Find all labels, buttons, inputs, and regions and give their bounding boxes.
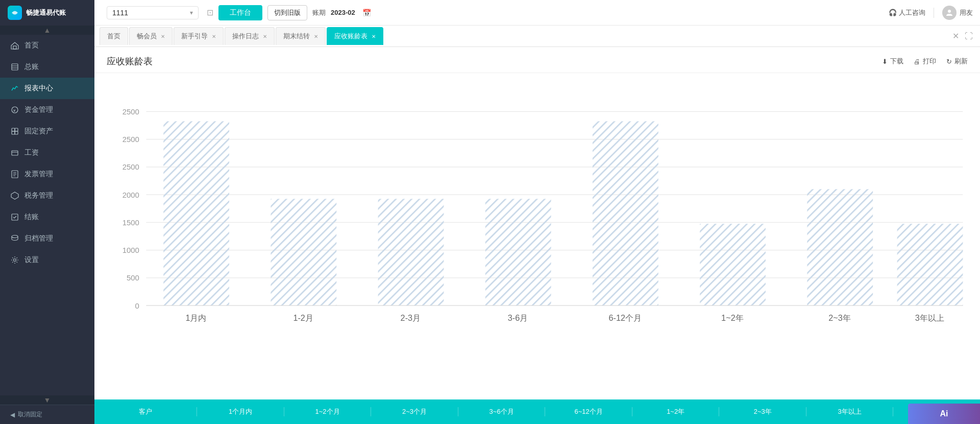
sidebar-item-funds[interactable]: ¥ 资金管理 [0,99,94,121]
chevron-down-icon: ▾ [190,9,193,16]
copy-icon[interactable]: ⊡ [207,8,213,17]
bar-2-3month [378,199,444,305]
app-container: 畅捷通易代账 1111 ▾ ⊡ 工作台 切到旧版 账期 2023-02 📅 🎧 … [0,0,980,424]
close-guide-icon[interactable]: ✕ [212,34,216,39]
col-2-3year: 2~3年 [719,407,806,416]
tab-aging[interactable]: 应收账龄表 ✕ [327,27,383,45]
ai-badge[interactable]: Ai [908,404,980,424]
page-title: 应收账龄表 [107,55,153,67]
company-name: 1111 [112,9,187,17]
sidebar-item-closing[interactable]: 结账 [0,206,94,228]
svg-text:1000: 1000 [122,246,139,254]
close-oplog-icon[interactable]: ✕ [263,34,267,39]
close-all-tabs-button[interactable]: ✕ [949,30,962,42]
close-vip-icon[interactable]: ✕ [161,34,165,39]
top-bar: 畅捷通易代账 1111 ▾ ⊡ 工作台 切到旧版 账期 2023-02 📅 🎧 … [0,0,980,26]
svg-rect-7 [12,128,15,131]
sidebar-label-home: 首页 [24,41,39,50]
header-actions: ⬇ 下载 🖨 打印 ↻ 刷新 [882,57,968,66]
svg-rect-2 [12,64,18,70]
bar-1-2year [700,224,766,305]
refresh-button[interactable]: ↻ 刷新 [946,57,968,66]
col-1-2month: 1~2个月 [284,407,372,416]
col-1month: 1个月内 [197,407,284,416]
sidebar-label-salary: 工资 [24,148,39,157]
sidebar-label-settings: 设置 [24,255,39,265]
svg-text:500: 500 [127,274,139,282]
sidebar-label-ledger: 总账 [24,62,39,72]
tab-closing[interactable]: 期末结转 ✕ [276,27,326,45]
bar-3year-plus [897,224,963,305]
assets-icon [10,127,19,136]
sidebar-item-home[interactable]: 首页 [0,35,94,56]
expand-button[interactable]: ⛶ [963,30,975,42]
switch-version-button[interactable]: 切到旧版 [267,5,307,20]
salary-icon [10,148,19,157]
svg-text:2500: 2500 [122,163,139,171]
bar-3-6month [485,199,551,305]
svg-text:2-3月: 2-3月 [401,313,421,322]
service-button[interactable]: 🎧 人工咨询 [889,8,925,17]
svg-rect-1 [13,46,16,49]
sidebar-label-archive: 归档管理 [24,234,53,243]
sidebar-item-reports[interactable]: 报表中心 [0,78,94,99]
col-6-12month: 6~12个月 [545,407,632,416]
close-aging-icon[interactable]: ✕ [372,34,376,39]
company-selector[interactable]: 1111 ▾ [107,6,199,19]
page-header: 应收账龄表 ⬇ 下载 🖨 打印 ↻ 刷新 [94,47,980,73]
cancel-fixed-button[interactable]: ◀ 取消固定 [0,405,94,424]
cancel-fixed-label: 取消固定 [18,410,42,419]
print-button[interactable]: 🖨 打印 [914,57,936,66]
user-button[interactable]: 用友 [942,6,973,20]
print-label: 打印 [923,57,936,66]
sidebar-item-salary[interactable]: 工资 [0,142,94,163]
svg-text:2000: 2000 [122,191,139,199]
ai-label: Ai [940,409,948,418]
svg-marker-17 [11,192,18,199]
svg-text:2~3年: 2~3年 [828,313,851,322]
close-closing-icon[interactable]: ✕ [314,34,318,39]
sidebar-label-tax: 税务管理 [24,191,53,200]
svg-point-20 [14,259,16,262]
sidebar-item-assets[interactable]: 固定资产 [0,121,94,142]
tab-oplog-label: 操作日志 [232,32,259,41]
top-right: 🎧 人工咨询 用友 [889,6,973,20]
settings-icon [10,255,19,265]
sidebar-item-archive[interactable]: 归档管理 [0,228,94,249]
svg-text:3-6月: 3-6月 [508,313,528,322]
period-value: 2023-02 [331,9,355,16]
svg-rect-18 [12,214,18,220]
avatar [942,6,957,20]
sidebar: ▲ 首页 总账 [0,26,94,424]
home-icon [10,41,19,50]
download-button[interactable]: ⬇ 下载 [882,57,903,66]
scroll-up-button[interactable]: ▲ [0,26,94,35]
service-label: 人工咨询 [899,8,925,17]
bar-1month [163,121,229,305]
scroll-down-button[interactable]: ▼ [0,395,94,405]
tab-oplog[interactable]: 操作日志 ✕ [225,27,275,45]
bar-6-12month [593,121,658,305]
calendar-icon[interactable]: 📅 [362,9,371,17]
archive-icon [10,234,19,243]
content-area: 首页 畅会员 ✕ 新手引导 ✕ 操作日志 ✕ 期末结转 ✕ [94,26,980,424]
svg-point-0 [948,10,951,13]
tab-guide[interactable]: 新手引导 ✕ [174,27,224,45]
sidebar-label-closing: 结账 [24,213,39,222]
svg-text:¥: ¥ [13,108,16,113]
main-area: ▲ 首页 总账 [0,26,980,424]
svg-rect-11 [12,151,18,155]
col-customer: 客户 [94,407,197,416]
sidebar-item-tax[interactable]: 税务管理 [0,185,94,206]
ledger-icon [10,62,19,72]
sidebar-item-ledger[interactable]: 总账 [0,56,94,78]
tab-vip[interactable]: 畅会员 ✕ [129,27,173,45]
app-logo: 畅捷通易代账 [0,0,94,26]
workbench-button[interactable]: 工作台 [218,5,262,20]
sidebar-scroll: 首页 总账 报表中心 [0,35,94,395]
funds-icon: ¥ [10,105,19,114]
sidebar-item-invoice[interactable]: 发票管理 [0,163,94,185]
sidebar-item-settings[interactable]: 设置 [0,249,94,271]
col-3-6month: 3~6个月 [458,407,546,416]
tab-home[interactable]: 首页 [100,27,128,45]
